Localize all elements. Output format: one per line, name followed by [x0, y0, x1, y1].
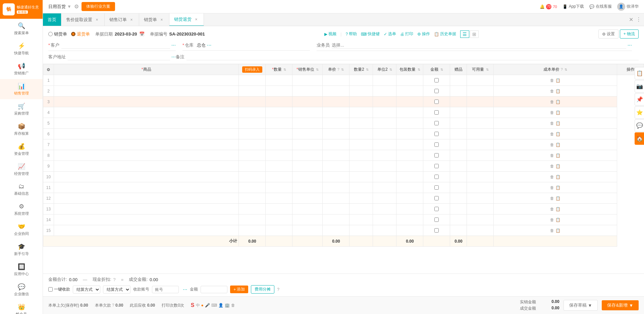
- topbar-gear-icon[interactable]: ⚙: [74, 3, 79, 10]
- pack-qty-cell-12[interactable]: [373, 193, 396, 204]
- quantity-cell-8[interactable]: [239, 150, 266, 161]
- quantity-cell-7[interactable]: [239, 139, 266, 150]
- amount-cell-6[interactable]: [396, 129, 423, 139]
- product-cell-1[interactable]: [54, 75, 239, 86]
- customer-dots[interactable]: ···: [171, 42, 176, 48]
- available-cell-6[interactable]: [450, 129, 467, 139]
- icon3[interactable]: 🎤: [205, 303, 210, 308]
- pack-qty-cell-4[interactable]: [373, 107, 396, 118]
- gift-checkbox-6[interactable]: [434, 132, 439, 136]
- gift-cell-15[interactable]: [423, 225, 450, 236]
- quantity-cell-5[interactable]: [239, 118, 266, 129]
- view-grid-btn[interactable]: ⊞: [470, 30, 479, 38]
- copy-icon-7[interactable]: 📋: [555, 142, 560, 147]
- sale-unit-cell-12[interactable]: [266, 193, 292, 204]
- pack-qty-cell-11[interactable]: [373, 182, 396, 193]
- price-cell-4[interactable]: [292, 107, 323, 118]
- delete-icon-8[interactable]: 🗑: [550, 153, 554, 158]
- gift-checkbox-12[interactable]: [434, 196, 439, 200]
- quantity-cell-11[interactable]: [239, 182, 266, 193]
- sidebar-item-purchase[interactable]: 🛒 采购管理: [0, 99, 43, 119]
- save-draft-button[interactable]: 保存草稿 ▼: [564, 300, 598, 311]
- qty2-cell-1[interactable]: [323, 75, 350, 86]
- table-gear-icon[interactable]: ⚙: [47, 67, 50, 72]
- delete-icon-3[interactable]: 🗑: [550, 100, 554, 104]
- copy-icon-13[interactable]: 📋: [555, 207, 560, 211]
- tab-sales-order[interactable]: 销售订单 ×: [105, 13, 139, 26]
- delete-icon-6[interactable]: 🗑: [550, 132, 554, 136]
- operation-cell-12[interactable]: 🗑📋: [494, 193, 617, 204]
- scan-button[interactable]: 扫码录入: [242, 66, 262, 73]
- unit2-cell-1[interactable]: [350, 75, 373, 86]
- available-cell-2[interactable]: [450, 86, 467, 97]
- radio-return[interactable]: 退货单: [71, 31, 90, 37]
- unit2-cell-15[interactable]: [350, 225, 373, 236]
- cost-price-cell-14[interactable]: [467, 214, 494, 225]
- app-download-item[interactable]: 📱 App下载: [562, 4, 584, 9]
- product-cell-6[interactable]: [54, 129, 239, 139]
- operation-cell-1[interactable]: 🗑📋: [494, 75, 617, 86]
- print-action[interactable]: 🖨 打印: [400, 31, 413, 37]
- price-cell-6[interactable]: [292, 129, 323, 139]
- operation-cell-5[interactable]: 🗑📋: [494, 118, 617, 129]
- dropdown-icon[interactable]: ▼: [629, 303, 633, 308]
- cost-price-cell-6[interactable]: [467, 129, 494, 139]
- delete-icon-10[interactable]: 🗑: [550, 175, 554, 179]
- gift-checkbox-14[interactable]: [434, 217, 439, 222]
- product-cell-2[interactable]: [54, 86, 239, 97]
- pack-qty-cell-7[interactable]: [373, 139, 396, 150]
- gift-cell-1[interactable]: [423, 75, 450, 86]
- account-input[interactable]: [152, 286, 179, 293]
- operation-cell-8[interactable]: 🗑📋: [494, 150, 617, 161]
- qty-sort-icon[interactable]: ⇅: [283, 68, 286, 71]
- gift-checkbox-3[interactable]: [434, 100, 439, 104]
- tab-sale-price[interactable]: 售价提取设置 ×: [61, 13, 105, 26]
- gift-cell-12[interactable]: [423, 193, 450, 204]
- cost-price-cell-1[interactable]: [467, 75, 494, 86]
- qty2-cell-8[interactable]: [323, 150, 350, 161]
- qty2-cell-9[interactable]: [323, 161, 350, 172]
- price-help-icon[interactable]: ?: [337, 67, 339, 71]
- cost-price-cell-3[interactable]: [467, 97, 494, 107]
- quantity-cell-10[interactable]: [239, 172, 266, 182]
- product-cell-15[interactable]: [54, 225, 239, 236]
- cost-price-cell-9[interactable]: [467, 161, 494, 172]
- float-btn-6[interactable]: 🏠: [635, 132, 644, 145]
- sale-unit-cell-3[interactable]: [266, 97, 292, 107]
- cost-price-cell-2[interactable]: [467, 86, 494, 97]
- gift-cell-10[interactable]: [423, 172, 450, 182]
- available-cell-14[interactable]: [450, 214, 467, 225]
- qty2-cell-11[interactable]: [323, 182, 350, 193]
- tab-close-all-icon[interactable]: ✕: [629, 16, 633, 23]
- cost-price-cell-10[interactable]: [467, 172, 494, 182]
- cost-sort-icon[interactable]: ⇅: [565, 68, 567, 71]
- quantity-cell-4[interactable]: [239, 107, 266, 118]
- qty2-cell-3[interactable]: [323, 97, 350, 107]
- pack-qty-cell-6[interactable]: [373, 129, 396, 139]
- delete-icon-9[interactable]: 🗑: [550, 164, 554, 169]
- qty2-cell-5[interactable]: [323, 118, 350, 129]
- amount-cell-15[interactable]: [396, 225, 423, 236]
- cost-price-cell-4[interactable]: [467, 107, 494, 118]
- product-input-3[interactable]: [55, 99, 237, 104]
- debt-help-icon[interactable]: ?: [112, 303, 114, 308]
- help-action[interactable]: ? 帮助: [345, 31, 357, 37]
- save-new-button[interactable]: 保存&新增 ▼: [602, 300, 639, 310]
- gift-checkbox-15[interactable]: [434, 228, 439, 233]
- delete-icon-4[interactable]: 🗑: [550, 110, 554, 115]
- select-action[interactable]: ✓ 选单: [384, 31, 396, 37]
- delete-icon-1[interactable]: 🗑: [550, 78, 554, 83]
- unit2-cell-13[interactable]: [350, 204, 373, 214]
- pack-qty-cell-5[interactable]: [373, 118, 396, 129]
- bottom-help-icon[interactable]: ?: [277, 287, 279, 292]
- qty2-sort-icon[interactable]: ⇅: [366, 68, 369, 71]
- float-btn-3[interactable]: 📌: [635, 93, 644, 106]
- copy-icon-14[interactable]: 📋: [555, 217, 560, 222]
- sidebar-item-guide[interactable]: 🎓 新手引导: [0, 240, 43, 260]
- price-cell-12[interactable]: [292, 193, 323, 204]
- user-item[interactable]: 👤 徐泽华: [617, 3, 639, 11]
- pack-qty-cell-8[interactable]: [373, 150, 396, 161]
- product-cell-5[interactable]: [54, 118, 239, 129]
- float-btn-4[interactable]: ⭐: [635, 106, 644, 119]
- float-btn-2[interactable]: 📷: [635, 80, 644, 92]
